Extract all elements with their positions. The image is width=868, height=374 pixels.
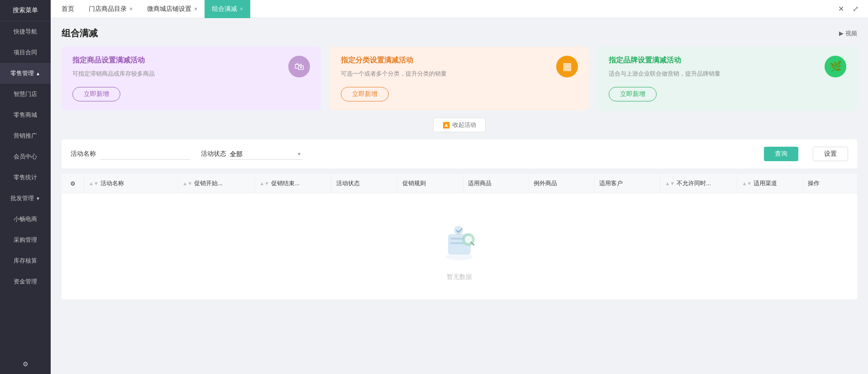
th-activity-name-label: 活动名称 bbox=[100, 179, 124, 187]
activity-status-select-wrapper: 全部 进行中 已结束 未开始 ▾ bbox=[230, 149, 302, 160]
setting-button[interactable]: 设置 bbox=[813, 147, 848, 161]
th-promo-start-label: 促销开始... bbox=[194, 179, 223, 187]
cards-row: 🛍 指定商品设置满减活动 可指定滞销商品或库存较多商品 立即新增 ▦ 指定分类设… bbox=[62, 47, 857, 110]
sidebar-item-label: 会员中心 bbox=[14, 153, 37, 161]
sidebar-item-inventory[interactable]: 库存核算 bbox=[0, 250, 51, 271]
tab-store-catalog-close[interactable]: × bbox=[129, 6, 133, 12]
th-gear[interactable]: ⚙ bbox=[62, 175, 84, 192]
th-activity-status: 活动状态 bbox=[332, 174, 397, 193]
sort-icon[interactable]: ▲▼ bbox=[259, 181, 269, 186]
sidebar-item-label: 零售管理 bbox=[10, 69, 34, 77]
card-goods: 🛍 指定商品设置满减活动 可指定滞销商品或库存较多商品 立即新增 bbox=[62, 47, 321, 110]
collapse-btn[interactable]: 🔼 收起活动 bbox=[433, 118, 486, 132]
sidebar-item-smart-store[interactable]: 智慧门店 bbox=[0, 84, 51, 105]
sidebar-item-label: 营销推广 bbox=[14, 132, 37, 140]
activity-status-select[interactable]: 全部 进行中 已结束 未开始 bbox=[230, 149, 302, 160]
card-category-icon: ▦ bbox=[556, 56, 578, 77]
page-header: 组合满减 ▶ 视频 bbox=[62, 27, 857, 39]
sidebar-item-quick-nav[interactable]: 快捷导航 bbox=[0, 21, 51, 42]
query-button[interactable]: 查询 bbox=[764, 147, 798, 161]
content-area: 组合满减 ▶ 视频 🛍 指定商品设置满减活动 可指定滞销商品或库存较多商品 立即… bbox=[51, 18, 868, 374]
tab-home[interactable]: 首页 bbox=[54, 0, 81, 18]
empty-state: 暂无数据 bbox=[62, 193, 857, 299]
settings-icon: ⚙ bbox=[23, 360, 29, 368]
svg-rect-3 bbox=[450, 242, 464, 244]
th-applicable-goods: 适用商品 bbox=[463, 174, 529, 193]
th-promo-end-label: 促销结束... bbox=[271, 179, 300, 187]
sort-icon[interactable]: ▲▼ bbox=[89, 181, 99, 186]
main-content: 首页 门店商品目录 × 微商城店铺设置 × 组合满减 × ✕ ⤢ 组合满减 ▶ … bbox=[51, 0, 868, 374]
sidebar-item-label: 采购管理 bbox=[14, 236, 37, 244]
empty-illustration bbox=[437, 221, 482, 266]
arrow-down-icon: ▼ bbox=[36, 196, 40, 201]
card-goods-desc: 可指定滞销商品或库存较多商品 bbox=[72, 70, 310, 78]
th-applicable-goods-label: 适用商品 bbox=[468, 179, 491, 187]
search-activity-name-field: 活动名称 bbox=[71, 149, 190, 160]
sidebar-item-wholesale-mgmt[interactable]: 批发管理 ▼ bbox=[0, 188, 51, 209]
sidebar-settings[interactable]: ⚙ bbox=[0, 354, 51, 374]
sort-icon[interactable]: ▲▼ bbox=[742, 181, 752, 186]
activity-status-label: 活动状态 bbox=[201, 150, 226, 158]
card-goods-title: 指定商品设置满减活动 bbox=[72, 56, 310, 65]
card-brand-add-btn[interactable]: 立即新增 bbox=[609, 87, 657, 101]
th-applicable-channel-label: 适用渠道 bbox=[754, 179, 777, 187]
activity-name-input[interactable] bbox=[100, 149, 190, 160]
card-goods-icon: 🛍 bbox=[288, 56, 310, 77]
sidebar-item-label: 库存核算 bbox=[14, 257, 37, 265]
tab-bar: 首页 门店商品目录 × 微商城店铺设置 × 组合满减 × ✕ ⤢ bbox=[51, 0, 868, 18]
video-label: 视频 bbox=[845, 29, 857, 38]
tab-combo-discount-close[interactable]: × bbox=[240, 6, 243, 12]
video-link[interactable]: ▶ 视频 bbox=[839, 29, 857, 38]
tab-controls: ✕ ⤢ bbox=[835, 4, 864, 14]
sidebar-item-member-center[interactable]: 会员中心 bbox=[0, 146, 51, 167]
search-activity-status-field: 活动状态 全部 进行中 已结束 未开始 ▾ bbox=[201, 149, 302, 160]
tab-store-catalog[interactable]: 门店商品目录 × bbox=[81, 0, 140, 18]
sidebar-item-retail-mall[interactable]: 零售商城 bbox=[0, 105, 51, 125]
sidebar-item-label: 项目合同 bbox=[14, 48, 37, 57]
maximize-window-btn[interactable]: ⤢ bbox=[850, 4, 861, 14]
card-brand-icon: 🌿 bbox=[825, 56, 846, 77]
tab-store-catalog-label: 门店商品目录 bbox=[89, 5, 127, 13]
sidebar-item-retail-mgmt[interactable]: 零售管理 ▲ bbox=[0, 63, 51, 84]
sidebar-item-purchase-mgmt[interactable]: 采购管理 bbox=[0, 230, 51, 250]
gear-icon: ⚙ bbox=[70, 180, 76, 187]
sidebar-item-retail-stats[interactable]: 零售统计 bbox=[0, 167, 51, 188]
sidebar-item-finance[interactable]: 资金管理 bbox=[0, 271, 51, 292]
card-brand: 🌿 指定品牌设置满减活动 适合与上游企业联合做营销，提升品牌销量 立即新增 bbox=[598, 47, 857, 110]
th-promo-start: ▲▼ 促销开始... bbox=[178, 174, 255, 193]
tab-combo-discount[interactable]: 组合满减 × bbox=[205, 0, 250, 18]
sort-icon[interactable]: ▲▼ bbox=[665, 181, 675, 186]
card-category-desc: 可选一个或者多个分类，提升分类的销量 bbox=[341, 70, 578, 78]
th-not-allow-together: ▲▼ 不允许同时... bbox=[660, 174, 737, 193]
tab-wechat-store-close[interactable]: × bbox=[194, 6, 197, 12]
card-brand-desc: 适合与上游企业联合做营销，提升品牌销量 bbox=[609, 70, 846, 78]
sidebar-item-label: 零售商城 bbox=[14, 111, 37, 119]
th-action: 操作 bbox=[803, 174, 857, 193]
sidebar-item-label: 资金管理 bbox=[14, 278, 37, 286]
card-category: ▦ 指定分类设置满减活动 可选一个或者多个分类，提升分类的销量 立即新增 bbox=[330, 47, 589, 110]
sidebar-item-marketing[interactable]: 营销推广 bbox=[0, 125, 51, 146]
collapse-bar: 🔼 收起活动 bbox=[62, 118, 857, 132]
sidebar-item-label: 批发管理 bbox=[10, 194, 34, 202]
tab-combo-discount-label: 组合满减 bbox=[212, 5, 237, 13]
sort-icon[interactable]: ▲▼ bbox=[182, 181, 192, 186]
th-promo-end: ▲▼ 促销结束... bbox=[255, 174, 332, 193]
card-category-add-btn[interactable]: 立即新增 bbox=[341, 87, 389, 101]
th-applicable-customer-label: 适用客户 bbox=[599, 179, 623, 187]
th-except-goods-label: 例外商品 bbox=[534, 179, 557, 187]
card-goods-add-btn[interactable]: 立即新增 bbox=[72, 87, 120, 101]
sidebar-item-label: 快捷导航 bbox=[14, 28, 37, 36]
play-circle-icon: ▶ bbox=[839, 30, 844, 37]
card-category-title: 指定分类设置满减活动 bbox=[341, 56, 578, 65]
sidebar-item-label: 智慧门店 bbox=[14, 90, 37, 98]
data-table: ⚙ ▲▼ 活动名称 ▲▼ 促销开始... ▲▼ 促销结束... 活动状态 bbox=[62, 174, 857, 299]
th-except-goods: 例外商品 bbox=[529, 174, 595, 193]
page-title: 组合满减 bbox=[62, 27, 98, 39]
tab-wechat-store[interactable]: 微商城店铺设置 × bbox=[140, 0, 205, 18]
svg-point-7 bbox=[454, 226, 463, 235]
th-activity-status-label: 活动状态 bbox=[336, 179, 360, 187]
close-window-btn[interactable]: ✕ bbox=[835, 4, 846, 14]
sidebar-search[interactable]: 搜索菜单 bbox=[0, 0, 51, 21]
sidebar-item-project-contract[interactable]: 项目合同 bbox=[0, 42, 51, 63]
sidebar-item-xiaochangec[interactable]: 小畅电商 bbox=[0, 209, 51, 230]
